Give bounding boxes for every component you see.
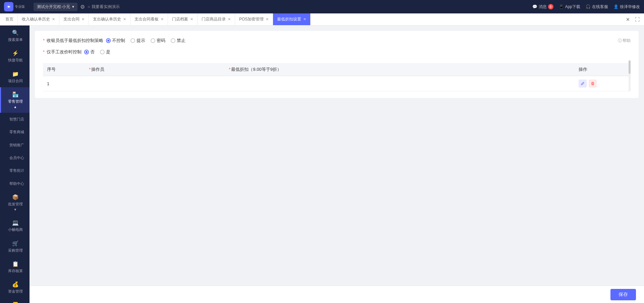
project-selector[interactable]: 测试分开完程·小兄 ▾ <box>34 3 77 11</box>
tab-close-store-archive[interactable]: ✕ <box>190 17 193 21</box>
manual-radio-group: 否 是 <box>84 49 110 55</box>
sidebar-item-purchase[interactable]: 🛒 采购管理 <box>0 236 30 257</box>
settings-icon[interactable]: ⚙ <box>80 4 85 10</box>
sidebar-item-ecommerce[interactable]: 💻 小畅电商 <box>0 215 30 236</box>
demo-link[interactable]: ○ 我要看实例演示 <box>88 4 119 10</box>
col-header-operator: *操作员 <box>85 63 225 76</box>
sidebar-item-inventory[interactable]: 📋 库存核算 <box>0 257 30 277</box>
table-scrollbar-thumb <box>629 60 631 74</box>
messages-button[interactable]: 💬 消息 8 <box>532 4 553 10</box>
tab-min-discount[interactable]: 最低折扣设置 ✕ <box>273 13 311 26</box>
top-header: 专业版 测试分开完程·小兄 ▾ ⚙ ○ 我要看实例演示 💬 消息 8 📱 App… <box>0 0 644 13</box>
radio-manual-yes-circle <box>100 50 105 54</box>
cell-action <box>575 76 631 91</box>
required-star-2: * <box>43 49 45 54</box>
logo-area: 专业版 <box>4 2 34 11</box>
policy-forbid[interactable]: 禁止 <box>171 38 185 44</box>
cell-min-discount <box>225 76 575 91</box>
policy-password[interactable]: 密码 <box>151 38 165 44</box>
download-icon: 📱 <box>559 4 564 9</box>
delete-button[interactable] <box>589 80 597 88</box>
customer-service-button[interactable]: 🎧 在线客服 <box>586 4 608 10</box>
app-logo-icon <box>4 2 13 11</box>
bottom-bar: 保存 <box>30 286 644 303</box>
radio-password-circle <box>151 38 155 43</box>
policy-row: * 收银员低于最低折扣控制策略 不控制 提示 <box>43 38 631 44</box>
main-layout: 🔍 搜索菜单 ⚡ 快捷导航 📁 项目合同 🏪 零售管理 ▲ 智慧门店 零售商城 … <box>0 26 644 303</box>
sidebar-item-marketing[interactable]: 营销推广 <box>0 139 30 151</box>
manual-row: * 仅手工改价时控制 否 是 <box>43 49 631 55</box>
form-card: * 收银员低于最低折扣控制策略 不控制 提示 <box>35 31 639 98</box>
tab-store-archive[interactable]: 门店档案 ✕ <box>168 13 198 26</box>
help-circle-icon: ⓘ <box>618 38 622 44</box>
sidebar-item-accounting[interactable]: 📒 总账管理 <box>0 298 30 303</box>
tab-close-payment-confirm[interactable]: ✕ <box>123 17 126 21</box>
tab-payment-board[interactable]: 支出合同看板 ✕ <box>130 13 168 26</box>
table-header: 序号 *操作员 *最低折扣（9.00等于9折） 操作 <box>43 63 631 76</box>
tab-store-products[interactable]: 门店商品目录 ✕ <box>198 13 235 26</box>
tab-payment-confirm[interactable]: 支出确认单历史 ✕ <box>89 13 130 26</box>
edit-button[interactable] <box>579 80 587 88</box>
header-right: 💬 消息 8 📱 App下载 🎧 在线客服 👤 徐泽华修改 <box>532 4 640 10</box>
tab-close-payment-contract[interactable]: ✕ <box>82 17 85 21</box>
table-body: 1 <box>43 76 631 91</box>
sidebar-item-smart-store[interactable]: 智慧门店 <box>0 113 30 125</box>
avatar-icon: 👤 <box>613 4 619 9</box>
policy-hint[interactable]: 提示 <box>130 38 145 44</box>
message-badge: 8 <box>548 4 553 9</box>
tab-pos-password[interactable]: POS加密管理 ✕ <box>235 13 273 26</box>
sidebar: 🔍 搜索菜单 ⚡ 快捷导航 📁 项目合同 🏪 零售管理 ▲ 智慧门店 零售商城 … <box>0 26 30 303</box>
table-wrapper: 序号 *操作员 *最低折扣（9.00等于9折） 操作 <box>43 60 631 91</box>
chevron-down-icon: ▾ <box>72 4 74 9</box>
content-area: * 收银员低于最低折扣控制策略 不控制 提示 <box>30 26 644 303</box>
policy-no-control[interactable]: 不控制 <box>106 38 125 44</box>
tab-maximize[interactable]: ⛶ <box>633 15 641 23</box>
manual-no[interactable]: 否 <box>84 49 95 55</box>
sidebar-item-search[interactable]: 🔍 搜索菜单 <box>0 26 30 46</box>
header-middle: 测试分开完程·小兄 ▾ ⚙ ○ 我要看实例演示 <box>34 3 532 11</box>
page-content: * 收银员低于最低折扣控制策略 不控制 提示 <box>30 26 644 286</box>
tab-close-payment-board[interactable]: ✕ <box>161 17 164 21</box>
search-icon: 🔍 <box>12 30 19 36</box>
col-header-seq: 序号 <box>43 63 85 76</box>
tab-home[interactable]: 首页 <box>1 13 18 26</box>
sidebar-item-finance[interactable]: 💰 资金管理 <box>0 277 30 298</box>
sidebar-item-nav[interactable]: ⚡ 快捷导航 <box>0 46 30 66</box>
inventory-icon: 📋 <box>12 261 19 267</box>
table-scrollbar <box>629 60 631 91</box>
tab-close-income-confirm[interactable]: ✕ <box>52 17 55 21</box>
tab-payment-contract[interactable]: 支出合同 ✕ <box>59 13 89 26</box>
sidebar-item-retail-stat[interactable]: 零售统计 <box>0 164 30 177</box>
purchase-icon: 🛒 <box>12 240 19 247</box>
expand-icon: ▲ <box>14 105 17 109</box>
sidebar-item-help[interactable]: 帮助中心 <box>0 177 30 190</box>
table-row: 1 <box>43 76 631 91</box>
sidebar-item-online-store[interactable]: 零售商城 <box>0 125 30 138</box>
save-button[interactable]: 保存 <box>610 289 636 300</box>
user-profile-button[interactable]: 👤 徐泽华修改 <box>613 4 640 10</box>
tab-close-min-discount[interactable]: ✕ <box>303 17 306 21</box>
tab-close-store-products[interactable]: ✕ <box>228 17 231 21</box>
radio-manual-no-circle <box>84 50 89 54</box>
manual-yes[interactable]: 是 <box>100 49 110 55</box>
sidebar-item-retail[interactable]: 🏪 零售管理 ▲ <box>0 87 30 113</box>
ecommerce-icon: 💻 <box>12 219 19 226</box>
tab-close-pos-password[interactable]: ✕ <box>266 17 269 21</box>
app-logo-text: 专业版 <box>15 5 25 9</box>
sidebar-item-project[interactable]: 📁 项目合同 <box>0 67 30 87</box>
action-buttons <box>579 80 627 88</box>
message-icon: 💬 <box>532 4 537 9</box>
tab-income-confirm[interactable]: 收入确认单历史 ✕ <box>18 13 59 26</box>
help-button[interactable]: ⓘ 帮助 <box>618 38 631 44</box>
manual-label: * 仅手工改价时控制 <box>43 49 82 55</box>
radio-forbid-circle <box>171 38 175 43</box>
sidebar-item-wholesale[interactable]: 📦 批发管理 ▼ <box>0 190 30 215</box>
circle-icon: ○ <box>88 4 90 9</box>
tab-close-current[interactable]: ✕ <box>624 15 632 23</box>
app-download-button[interactable]: 📱 App下载 <box>559 4 580 10</box>
tab-bar: 首页 收入确认单历史 ✕ 支出合同 ✕ 支出确认单历史 ✕ 支出合同看板 ✕ 门… <box>0 13 644 26</box>
nav-icon: ⚡ <box>12 50 19 56</box>
col-header-action: 操作 <box>575 63 631 76</box>
col-header-min-discount: *最低折扣（9.00等于9折） <box>225 63 575 76</box>
sidebar-item-member[interactable]: 会员中心 <box>0 151 30 164</box>
